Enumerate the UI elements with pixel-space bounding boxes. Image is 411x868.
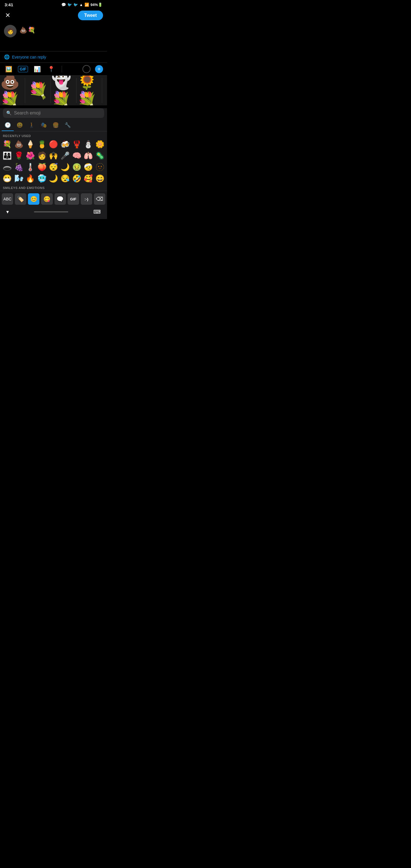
emoji-key-active[interactable]: 😊 bbox=[28, 193, 39, 205]
search-input[interactable] bbox=[14, 111, 101, 116]
sticker-key[interactable]: 🏷️ bbox=[15, 193, 26, 205]
cat-tab-activities[interactable]: 🎭 bbox=[38, 120, 50, 131]
tweet-emojis: 💩💐 bbox=[20, 27, 36, 34]
emoji-cell[interactable]: ⛄ bbox=[83, 139, 94, 150]
character-count bbox=[83, 65, 91, 73]
emoji-cell[interactable]: 🌙 bbox=[48, 173, 59, 184]
keyboard-bottom-bar: ABC 🏷️ 😊 😋 🗨️ GIF :-) ⌫ ▾ ⌨ bbox=[0, 191, 107, 219]
emoji-search-bar: 🔍 bbox=[3, 108, 104, 118]
gesture-bar: ▾ ⌨ bbox=[1, 206, 106, 218]
sticker-suggestions: 💩💐 💐 👻💐 🌻💐 🌷 bbox=[0, 76, 107, 105]
cat-tab-smileys[interactable]: 😀 bbox=[14, 120, 26, 131]
wifi-icon: ▲ bbox=[80, 3, 83, 7]
emoji-cell[interactable]: 🦠 bbox=[94, 150, 105, 161]
emoji-cell[interactable]: 🤕 bbox=[83, 162, 94, 173]
toolbar-divider bbox=[62, 66, 62, 72]
notification-icon: 💬 bbox=[61, 3, 66, 7]
compose-area: 🧑 💩💐 bbox=[0, 23, 107, 51]
memoji-key[interactable]: 😋 bbox=[41, 193, 53, 205]
emoji-cell[interactable]: 🌡️ bbox=[25, 162, 36, 173]
emoji-cell[interactable]: 🌙 bbox=[60, 162, 71, 173]
emoji-cell[interactable]: 💩 bbox=[13, 139, 25, 150]
emoji-cell[interactable]: 🙌 bbox=[48, 150, 59, 161]
twitter-icon-2: 🐦 bbox=[73, 3, 78, 7]
sticker-item-4[interactable]: 🌻💐 bbox=[77, 78, 102, 103]
emoji-cell[interactable]: 😷 bbox=[2, 173, 13, 184]
close-button[interactable]: ✕ bbox=[4, 10, 11, 20]
emoji-cell[interactable]: 🌺 bbox=[25, 150, 36, 161]
emoji-cell[interactable]: 🍦 bbox=[25, 139, 36, 150]
cat-tab-recent[interactable]: 🕐 bbox=[2, 120, 14, 131]
emoji-cell[interactable]: 👨‍👩‍👦 bbox=[2, 150, 13, 161]
recently-used-label: RECENTLY USED bbox=[0, 131, 107, 139]
reply-setting-label: Everyone can reply bbox=[12, 55, 46, 59]
emoji-cell[interactable]: 🍻 bbox=[60, 139, 71, 150]
cat-tab-food[interactable]: 🍔 bbox=[50, 120, 62, 131]
add-tweet-button[interactable]: + bbox=[95, 65, 103, 73]
emoji-cell[interactable]: 🔴 bbox=[48, 139, 59, 150]
gif-key[interactable]: GIF bbox=[68, 193, 79, 205]
poll-button[interactable]: 📊 bbox=[33, 65, 42, 74]
emoji-cell[interactable]: 🍑 bbox=[36, 162, 48, 173]
status-time: 3:41 bbox=[5, 2, 13, 7]
emoji-cell[interactable]: 🧠 bbox=[71, 150, 82, 161]
abc-key[interactable]: ABC bbox=[2, 193, 13, 205]
sticker-item-5[interactable]: 🌷 bbox=[103, 78, 107, 103]
compose-toolbar: 🖼️ GIF 📊 📍 + bbox=[0, 63, 107, 76]
emoji-cell[interactable]: 🫥 bbox=[94, 162, 105, 173]
emoji-cell[interactable]: 🤣 bbox=[71, 173, 82, 184]
twitter-icon: 🐦 bbox=[67, 3, 72, 7]
battery-icon: 94%🔋 bbox=[91, 3, 102, 7]
cat-tab-people[interactable]: 🚶 bbox=[26, 120, 38, 131]
emoji-cell[interactable]: 🦞 bbox=[71, 139, 82, 150]
emoji-cell[interactable]: 🍇 bbox=[13, 162, 25, 173]
tweet-button[interactable]: Tweet bbox=[78, 10, 103, 20]
top-bar: ✕ Tweet bbox=[0, 8, 107, 23]
emoji-cell[interactable]: 🤢 bbox=[71, 162, 82, 173]
emoji-cell[interactable]: 🥶 bbox=[36, 173, 48, 184]
emoji-cell[interactable]: 😴 bbox=[48, 162, 59, 173]
search-icon: 🔍 bbox=[6, 111, 12, 116]
emoji-cell[interactable]: 🌼 bbox=[94, 139, 105, 150]
kb-function-row: ABC 🏷️ 😊 😋 🗨️ GIF :-) ⌫ bbox=[1, 192, 106, 206]
sticker-item-2[interactable]: 💐 bbox=[26, 78, 51, 103]
backspace-key[interactable]: ⌫ bbox=[94, 193, 105, 205]
collapse-keyboard-button[interactable]: ▾ bbox=[5, 208, 10, 216]
avatar-image: 🧑 bbox=[4, 25, 17, 37]
emoji-cell[interactable]: 🥰 bbox=[83, 173, 94, 184]
emoji-cell[interactable]: 🌬️ bbox=[13, 173, 25, 184]
status-bar: 3:41 💬 🐦 🐦 ▲ 📶 94%🔋 bbox=[0, 0, 107, 8]
emoji-grid-recent: 💐 💩 🍦 🍍 🔴 🍻 🦞 ⛄ 🌼 👨‍👩‍👦 🌹 🌺 🧑 🙌 🎤 🧠 🫁 🦠 … bbox=[0, 139, 107, 184]
emoji-cell[interactable]: 🔥 bbox=[25, 173, 36, 184]
emoji-cell[interactable]: 🧑 bbox=[36, 150, 48, 161]
gif-button[interactable]: GIF bbox=[18, 66, 28, 72]
emoticon-key[interactable]: :-) bbox=[81, 193, 92, 205]
location-button[interactable]: 📍 bbox=[46, 65, 56, 74]
reply-setting[interactable]: 🌐 Everyone can reply bbox=[0, 51, 107, 63]
emoji-keyboard: 🔍 🕐 😀 🚶 🎭 🍔 🔧 RECENTLY USED 💐 💩 🍦 🍍 🔴 🍻 … bbox=[0, 108, 107, 191]
emoji-cell[interactable]: 💐 bbox=[2, 139, 13, 150]
emoji-cell[interactable]: 😪 bbox=[60, 173, 71, 184]
emoji-cell[interactable]: 🍍 bbox=[36, 139, 48, 150]
cat-tab-objects[interactable]: 🔧 bbox=[62, 120, 74, 131]
emoji-cell[interactable]: 🎤 bbox=[60, 150, 71, 161]
sticker-item-3[interactable]: 👻💐 bbox=[51, 78, 76, 103]
gesture-line bbox=[34, 211, 68, 212]
smileys-label: SMILEYS AND EMOTIONS bbox=[0, 184, 107, 191]
avatar: 🧑 bbox=[4, 25, 17, 37]
keyboard-switch-button[interactable]: ⌨ bbox=[92, 208, 102, 216]
animoji-key[interactable]: 🗨️ bbox=[55, 193, 66, 205]
signal-icon: 📶 bbox=[85, 3, 89, 7]
globe-icon: 🌐 bbox=[4, 54, 10, 60]
emoji-cell[interactable]: 🌹 bbox=[13, 150, 25, 161]
sticker-item-1[interactable]: 💩💐 bbox=[0, 78, 25, 103]
status-icons: 💬 🐦 🐦 ▲ 📶 94%🔋 bbox=[61, 3, 102, 7]
emoji-cell[interactable]: 🫁 bbox=[83, 150, 94, 161]
emoji-cell[interactable]: 😄 bbox=[94, 173, 105, 184]
tweet-content[interactable]: 💩💐 bbox=[20, 25, 103, 49]
category-tabs: 🕐 😀 🚶 🎭 🍔 🔧 bbox=[0, 120, 107, 131]
emoji-cell[interactable]: 🕳️ bbox=[2, 162, 13, 173]
image-button[interactable]: 🖼️ bbox=[4, 65, 13, 74]
